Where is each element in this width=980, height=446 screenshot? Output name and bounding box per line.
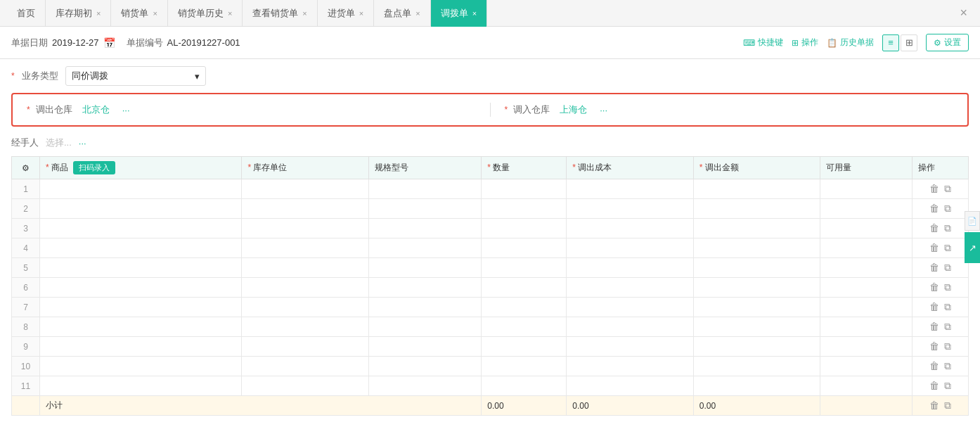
handler-more[interactable]: ··· (79, 138, 86, 148)
cell-product-2[interactable] (40, 199, 242, 219)
cell-stock-unit-6[interactable] (242, 278, 368, 298)
cell-product-1[interactable] (40, 179, 242, 199)
cell-stock-unit-11[interactable] (242, 376, 368, 396)
cell-available-6[interactable] (820, 278, 913, 298)
tab-close-sales-order[interactable]: × (153, 9, 157, 18)
history-action[interactable]: 📋 历史单据 (827, 37, 874, 49)
cell-qty-4[interactable] (482, 238, 567, 258)
copy-icon-5[interactable]: ⧉ (944, 262, 951, 273)
cell-stock-unit-5[interactable] (242, 258, 368, 278)
delete-icon-8[interactable]: 🗑 (929, 321, 939, 332)
settings-button[interactable]: ⚙ 设置 (926, 34, 969, 51)
handler-input[interactable]: 选择... (46, 136, 72, 149)
tab-close-sales-history[interactable]: × (228, 9, 232, 18)
cell-transfer-amount-5[interactable] (693, 258, 820, 278)
cell-qty-8[interactable] (482, 317, 567, 337)
cell-transfer-cost-8[interactable] (567, 317, 693, 337)
cell-qty-7[interactable] (482, 298, 567, 317)
cell-spec-9[interactable] (368, 337, 482, 357)
cell-transfer-amount-4[interactable] (693, 238, 820, 258)
delete-icon-5[interactable]: 🗑 (929, 262, 939, 273)
cell-transfer-cost-11[interactable] (567, 376, 693, 396)
cell-transfer-cost-9[interactable] (567, 337, 693, 357)
tab-sales-order[interactable]: 销货单 × (111, 0, 167, 27)
cell-available-7[interactable] (820, 298, 913, 317)
cell-qty-10[interactable] (482, 357, 567, 376)
cell-transfer-cost-4[interactable] (567, 238, 693, 258)
close-all-button[interactable]: × (954, 6, 973, 20)
delete-icon-7[interactable]: 🗑 (929, 301, 939, 312)
cell-product-4[interactable] (40, 238, 242, 258)
copy-icon-4[interactable]: ⧉ (944, 242, 951, 253)
cell-available-3[interactable] (820, 219, 913, 238)
cell-spec-3[interactable] (368, 219, 482, 238)
cell-available-4[interactable] (820, 238, 913, 258)
copy-icon-9[interactable]: ⧉ (944, 340, 951, 352)
tab-check-sales[interactable]: 查看销货单 × (243, 0, 317, 27)
delete-icon-11[interactable]: 🗑 (929, 380, 939, 391)
cell-transfer-cost-2[interactable] (567, 199, 693, 219)
cell-available-9[interactable] (820, 337, 913, 357)
th-gear[interactable]: ⚙ (12, 157, 40, 179)
copy-icon-2[interactable]: ⧉ (944, 203, 951, 214)
cell-spec-5[interactable] (368, 258, 482, 278)
cell-spec-2[interactable] (368, 199, 482, 219)
cell-product-9[interactable] (40, 337, 242, 357)
delete-icon-6[interactable]: 🗑 (929, 281, 939, 293)
cell-product-6[interactable] (40, 278, 242, 298)
cell-transfer-cost-1[interactable] (567, 179, 693, 199)
copy-icon-6[interactable]: ⧉ (944, 281, 951, 293)
cell-available-1[interactable] (820, 179, 913, 199)
cell-transfer-amount-2[interactable] (693, 199, 820, 219)
tab-close-purchase-order[interactable]: × (359, 9, 363, 18)
cell-product-3[interactable] (40, 219, 242, 238)
cell-qty-9[interactable] (482, 337, 567, 357)
cell-stock-unit-9[interactable] (242, 337, 368, 357)
cell-spec-10[interactable] (368, 357, 482, 376)
tab-inventory-init[interactable]: 库存期初 × (46, 0, 111, 27)
cell-transfer-amount-8[interactable] (693, 317, 820, 337)
view-grid-button[interactable]: ⊞ (901, 34, 917, 51)
cell-available-10[interactable] (820, 357, 913, 376)
cell-product-11[interactable] (40, 376, 242, 396)
copy-icon-10[interactable]: ⧉ (944, 360, 951, 371)
cell-stock-unit-3[interactable] (242, 219, 368, 238)
operations-action[interactable]: ⊞ 操作 (792, 37, 818, 49)
cell-available-8[interactable] (820, 317, 913, 337)
tab-close-inventory-check[interactable]: × (415, 9, 420, 18)
cell-transfer-cost-5[interactable] (567, 258, 693, 278)
tab-transfer-order[interactable]: 调拨单 × (431, 0, 487, 27)
delete-icon-4[interactable]: 🗑 (929, 242, 939, 253)
cell-product-8[interactable] (40, 317, 242, 337)
copy-icon-8[interactable]: ⧉ (944, 321, 951, 332)
cell-available-11[interactable] (820, 376, 913, 396)
cell-transfer-amount-3[interactable] (693, 219, 820, 238)
cell-qty-5[interactable] (482, 258, 567, 278)
cell-stock-unit-8[interactable] (242, 317, 368, 337)
cell-product-7[interactable] (40, 298, 242, 317)
cell-transfer-cost-10[interactable] (567, 357, 693, 376)
cell-qty-2[interactable] (482, 199, 567, 219)
calendar-icon[interactable]: 📅 (103, 37, 115, 49)
tab-purchase-order[interactable]: 进货单 × (318, 0, 374, 27)
cell-stock-unit-2[interactable] (242, 199, 368, 219)
tab-close-inventory-init[interactable]: × (96, 9, 101, 18)
subtotal-delete-icon[interactable]: 🗑 (929, 400, 939, 411)
cell-qty-11[interactable] (482, 376, 567, 396)
delete-icon-9[interactable]: 🗑 (929, 340, 939, 352)
cell-available-2[interactable] (820, 199, 913, 219)
cell-stock-unit-4[interactable] (242, 238, 368, 258)
cell-transfer-amount-10[interactable] (693, 357, 820, 376)
tab-sales-history[interactable]: 销货单历史 × (168, 0, 243, 27)
tab-close-transfer-order[interactable]: × (472, 9, 477, 18)
cell-qty-3[interactable] (482, 219, 567, 238)
delete-icon-10[interactable]: 🗑 (929, 360, 939, 371)
copy-icon-7[interactable]: ⧉ (944, 301, 951, 312)
business-type-select[interactable]: 同价调拨 ▾ (65, 66, 206, 86)
cell-spec-8[interactable] (368, 317, 482, 337)
shortcuts-action[interactable]: ⌨ 快捷键 (743, 37, 783, 49)
side-expand-button[interactable]: ↗ (965, 232, 980, 263)
view-list-button[interactable]: ≡ (882, 34, 899, 51)
tab-close-check-sales[interactable]: × (302, 9, 307, 18)
cell-stock-unit-7[interactable] (242, 298, 368, 317)
